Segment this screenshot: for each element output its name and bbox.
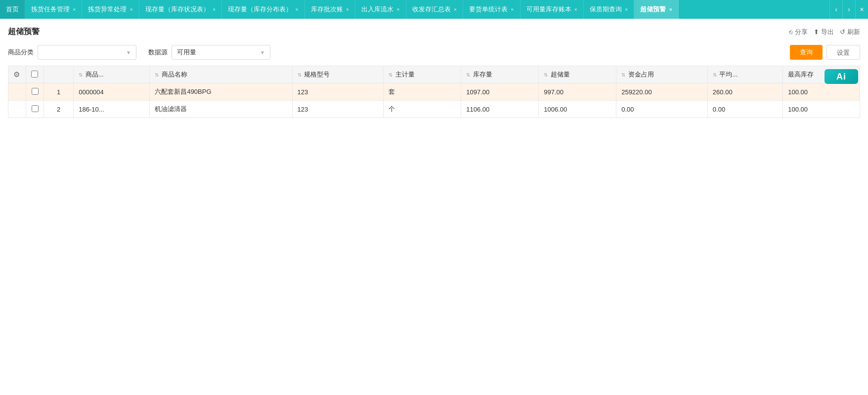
nav-order-stats[interactable]: 要货单统计表 × — [463, 0, 520, 19]
th-name: ⇅ 商品名称 — [150, 66, 292, 83]
close-quality[interactable]: × — [625, 6, 628, 12]
nav-arrow-close[interactable]: × — [855, 0, 868, 19]
table-header-row: ⚙ ⇅ 商品... ⇅ 商品名称 ⇅ 规格型号 — [8, 66, 860, 83]
nav-recv-send[interactable]: 收发存汇总表 × — [406, 0, 463, 19]
page-title: 超储预警 — [8, 27, 40, 37]
datasource-select[interactable]: 可用量 ▼ — [172, 45, 270, 60]
row-checkbox-cell — [26, 101, 44, 118]
close-task-mgmt[interactable]: × — [73, 6, 76, 12]
nav-overstock[interactable]: 超储预警 × — [634, 0, 678, 19]
row-maxstock: 100.00 — [783, 83, 860, 101]
th-unit: ⇅ 主计量 — [384, 66, 461, 83]
row-avg: 260.00 — [707, 83, 782, 101]
row-sku: 0000004 — [74, 83, 150, 101]
refresh-icon: ↺ — [840, 28, 845, 36]
row-checkbox[interactable] — [32, 88, 39, 95]
row-spec: 123 — [292, 83, 384, 101]
datasource-filter: 数据源 可用量 ▼ — [148, 45, 270, 60]
filter-actions: 查询 设置 — [790, 45, 860, 60]
sort-sku-icon[interactable]: ⇅ — [79, 72, 83, 78]
sort-stock-icon[interactable]: ⇅ — [466, 72, 470, 78]
nav-avail-stock[interactable]: 可用量库存账本 × — [521, 0, 584, 19]
datasource-chevron-icon: ▼ — [260, 50, 265, 55]
data-table: ⚙ ⇅ 商品... ⇅ 商品名称 ⇅ 规格型号 — [8, 66, 860, 118]
th-capital: ⇅ 资金占用 — [616, 66, 708, 83]
close-inout-flow[interactable]: × — [396, 6, 399, 12]
datasource-label: 数据源 — [148, 48, 168, 57]
th-spec: ⇅ 规格型号 — [292, 66, 384, 83]
th-overstock: ⇅ 超储量 — [539, 66, 616, 83]
filter-row: 商品分类 ▼ 数据源 可用量 ▼ 查询 设置 — [8, 45, 860, 60]
row-checkbox[interactable] — [32, 105, 39, 112]
sort-capital-icon[interactable]: ⇅ — [621, 72, 625, 78]
nav-inventory-dist[interactable]: 现存量（库存分布表） × — [222, 0, 304, 19]
row-sku: 186-10... — [74, 101, 150, 118]
sort-overstock-icon[interactable]: ⇅ — [544, 72, 548, 78]
sort-avg-icon[interactable]: ⇅ — [713, 72, 717, 78]
top-navigation: 首页 拣货任务管理 × 拣货异常处理 × 现存量（库存状况表） × 现存量（库存… — [0, 0, 868, 19]
nav-inout-flow[interactable]: 出入库流水 × — [355, 0, 406, 19]
close-inventory-dist[interactable]: × — [295, 6, 298, 12]
sort-spec-icon[interactable]: ⇅ — [298, 72, 302, 78]
nav-quality[interactable]: 保质期查询 × — [584, 0, 634, 19]
close-inventory-status[interactable]: × — [213, 6, 216, 12]
nav-batch[interactable]: 库存批次账 × — [305, 0, 355, 19]
th-checkbox — [26, 66, 44, 83]
th-settings: ⚙ — [8, 66, 26, 83]
nav-home[interactable]: 首页 — [0, 0, 25, 19]
row-index: 1 — [44, 83, 74, 101]
select-all-checkbox[interactable] — [31, 71, 38, 78]
close-batch[interactable]: × — [346, 6, 349, 12]
ai-badge[interactable]: Ai — [825, 69, 858, 84]
header-actions: ⎋ 分享 ⬆ 导出 ↺ 刷新 — [789, 28, 860, 37]
share-button[interactable]: ⎋ 分享 — [789, 28, 808, 37]
row-stock: 1106.00 — [461, 101, 539, 118]
row-index: 2 — [44, 101, 74, 118]
row-spec: 123 — [292, 101, 384, 118]
nav-arrow-right[interactable]: › — [842, 0, 855, 19]
row-overstock: 997.00 — [539, 83, 616, 101]
table-row: 1 0000004 六配套新昌490BPG 123 套 1097.00 997.… — [8, 83, 860, 101]
category-chevron-icon: ▼ — [126, 50, 131, 55]
row-unit: 个 — [384, 101, 461, 118]
settings-button[interactable]: 设置 — [826, 45, 860, 60]
close-overstock[interactable]: × — [669, 6, 672, 12]
gear-icon[interactable]: ⚙ — [13, 70, 20, 79]
export-icon: ⬆ — [814, 28, 819, 36]
row-maxstock: 100.00 — [783, 101, 860, 118]
row-unit: 套 — [384, 83, 461, 101]
row-overstock: 1006.00 — [539, 101, 616, 118]
category-filter: 商品分类 ▼ — [8, 45, 136, 60]
row-capital: 259220.00 — [616, 83, 708, 101]
row-stock: 1097.00 — [461, 83, 539, 101]
row-avg: 0.00 — [707, 101, 782, 118]
row-checkbox-cell — [26, 83, 44, 101]
close-avail-stock[interactable]: × — [574, 6, 577, 12]
row-name: 机油滤清器 — [150, 101, 292, 118]
share-icon: ⎋ — [789, 28, 793, 36]
nav-task-mgmt[interactable]: 拣货任务管理 × — [25, 0, 82, 19]
row-capital: 0.00 — [616, 101, 708, 118]
close-order-stats[interactable]: × — [511, 6, 514, 12]
page-content: 超储预警 ⎋ 分享 ⬆ 导出 ↺ 刷新 商品分类 ▼ 数据源 — [0, 19, 868, 395]
export-button[interactable]: ⬆ 导出 — [814, 28, 834, 37]
category-label: 商品分类 — [8, 48, 34, 57]
query-button[interactable]: 查询 — [790, 45, 823, 60]
refresh-button[interactable]: ↺ 刷新 — [840, 28, 860, 37]
category-select[interactable]: ▼ — [38, 45, 136, 60]
row-name: 六配套新昌490BPG — [150, 83, 292, 101]
sort-unit-icon[interactable]: ⇅ — [389, 72, 392, 78]
th-sku: ⇅ 商品... — [74, 66, 150, 83]
close-recv-send[interactable]: × — [454, 6, 457, 12]
nav-arrow-left[interactable]: ‹ — [829, 0, 842, 19]
datasource-value: 可用量 — [177, 48, 196, 57]
row-settings-cell — [8, 83, 26, 101]
page-header: 超储预警 ⎋ 分享 ⬆ 导出 ↺ 刷新 — [8, 27, 860, 37]
table-row: 2 186-10... 机油滤清器 123 个 1106.00 1006.00 … — [8, 101, 860, 118]
nav-inventory-status[interactable]: 现存量（库存状况表） × — [139, 0, 222, 19]
nav-abnormal[interactable]: 拣货异常处理 × — [82, 0, 139, 19]
th-index — [44, 66, 74, 83]
close-abnormal[interactable]: × — [130, 6, 132, 12]
th-stock: ⇅ 库存量 — [461, 66, 539, 83]
sort-name-icon[interactable]: ⇅ — [155, 72, 159, 78]
